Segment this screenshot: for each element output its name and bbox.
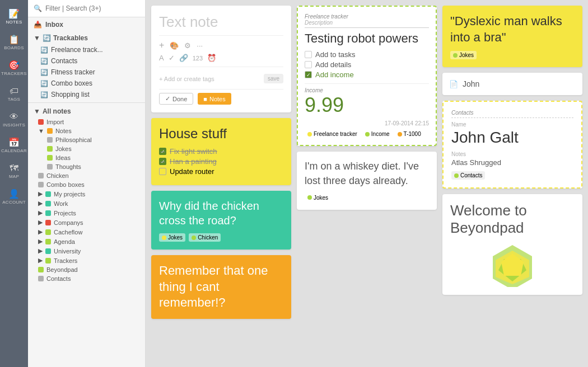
all-notes-chevron: ▼ [34,107,40,115]
whiskey-text: I'm on a whiskey diet. I've lost three d… [305,159,429,187]
sidebar-item-myprojects[interactable]: ▶ My projects [32,189,145,199]
task-add-to-tasks[interactable]: Add to tasks [305,50,429,59]
sidebar-item-contacts-bottom[interactable]: Contacts [32,274,145,283]
notes-group-chevron: ▼ [38,128,44,134]
trackable-freelance[interactable]: 🔄 Freelance track... [35,44,145,55]
income-tag[interactable]: Income [362,130,393,138]
sidebar-item-combo[interactable]: Combo boxes [32,180,145,189]
trackable-combo[interactable]: 🔄 Combo boxes [35,78,145,89]
university-dot [45,248,51,254]
check-han-painting[interactable]: ✓ [159,158,166,165]
nav-notes[interactable]: 📝 NOTES [2,4,26,29]
trackable-shopping[interactable]: 🔄 Shopping list [35,89,145,100]
note-categories: Philosophical Jokes Ideas Thoughts [32,135,145,171]
freelance-tracker-title: Testing robot powers [305,31,429,46]
agenda-chevron: ▶ [38,238,43,245]
notes-button[interactable]: ■ Notes [198,93,231,105]
palette-icon[interactable]: 🎨 [170,41,179,50]
done-button[interactable]: ✓ Done [159,93,193,105]
sidebar-item-trackers[interactable]: ▶ Trackers [32,256,145,265]
nav-boards[interactable]: 📋 BOARDS [2,30,26,55]
text-note-card[interactable]: Text note + 🎨 ⚙ ··· A ✓ 🔗 123 ⏰ + A [151,6,291,112]
whiskey-card[interactable]: I'm on a whiskey diet. I've lost three d… [297,152,437,209]
nav-trackers[interactable]: 🎯 TRACKERS [2,56,26,81]
trackable-contacts[interactable]: 🔄 Contacts [35,55,145,67]
chicken-card[interactable]: Why did the chicken cross the road? Joke… [151,191,291,250]
nav-tags[interactable]: 🏷 TAGS [2,82,26,106]
sidebar-item-agenda[interactable]: ▶ Agenda [32,237,145,246]
companys-chevron: ▶ [38,219,43,226]
sidebar-item-companys[interactable]: ▶ Companys [32,218,145,227]
left-navigation: 📝 NOTES 📋 BOARDS 🎯 TRACKERS 🏷 TAGS 👁 INS… [0,0,28,367]
sidebar-item-beyondpad[interactable]: Beyondpad [32,265,145,274]
house-stuff-card[interactable]: House stuff ✓ Fix light switch ✓ Han a p… [151,118,291,185]
dyslexic-jokes-tag[interactable]: Jokes [450,51,477,59]
category-ideas[interactable]: Ideas [41,153,145,162]
check-add-income[interactable]: ✓ [305,71,312,78]
john-file-icon: 📄 [449,80,458,88]
trackable-fitness[interactable]: 🔄 Fitness tracker [35,67,145,78]
add-icon[interactable]: + [159,40,164,50]
remember-card[interactable]: Remember that one thing I cant remember!… [151,255,291,319]
nav-map[interactable]: 🗺 MAP [2,159,26,184]
remember-title: Remember that one thing I cant remember!… [159,263,283,311]
myprojects-dot [45,191,51,197]
contacts-tag[interactable]: Contacts [451,171,485,180]
gear-icon[interactable]: ⚙ [184,41,191,50]
sidebar-item-inbox[interactable]: 📥 Inbox [28,17,145,32]
category-philosophical[interactable]: Philosophical [41,135,145,144]
university-chevron: ▶ [38,247,43,255]
check-add-tasks[interactable] [305,51,312,58]
more-icon[interactable]: ··· [197,41,203,50]
income-value: 9.99 [305,93,429,117]
sidebar-item-work[interactable]: ▶ Work [32,199,145,208]
house-stuff-title: House stuff [159,126,283,142]
t1000-tag[interactable]: T-1000 [395,130,424,138]
all-notes-header[interactable]: ▼ All notes [28,105,145,117]
sidebar-item-import[interactable]: Import [32,117,145,126]
trackables-header[interactable]: ▼ 🔄 Trackables [28,32,145,44]
task-add-income[interactable]: ✓ Add income [305,70,429,79]
category-jokes[interactable]: Jokes [41,144,145,153]
number-icon[interactable]: 123 [193,55,203,62]
check-add-details[interactable] [305,61,312,68]
chicken-chicken-tag[interactable]: Chicken [189,233,221,242]
sidebar-search-bar[interactable]: 🔍 [28,0,145,17]
jokes-dot [47,146,53,152]
trackable-refresh-icon: 🔄 [40,46,48,54]
check-update-router[interactable] [159,168,166,175]
task-add-details[interactable]: Add details [305,60,429,69]
nav-account[interactable]: 👤 ACCOUNT [2,185,26,209]
trackable-refresh-icon-2: 🔄 [40,58,48,65]
category-thoughts[interactable]: Thoughts [41,162,145,171]
sidebar-item-university[interactable]: ▶ University [32,246,145,256]
check-fix-light[interactable]: ✓ [159,148,166,155]
main-content: Text note + 🎨 ⚙ ··· A ✓ 🔗 123 ⏰ + A [146,0,588,367]
dyslexic-footer: Jokes [450,51,575,59]
trackable-refresh-icon-3: 🔄 [40,69,48,76]
sidebar-item-projects[interactable]: ▶ Projects [32,208,145,218]
sidebar-item-cacheflow[interactable]: ▶ Cacheflow [32,227,145,237]
link-icon[interactable]: 🔗 [179,54,188,62]
atlas-shrugged: Atlas Shrugged [451,158,573,167]
check-icon[interactable]: ✓ [169,54,175,62]
dyslexic-card[interactable]: "Dyslexic man walks into a bra" Jokes [442,6,582,67]
john-galt-card[interactable]: Contacts Name John Galt Notes Atlas Shru… [442,101,582,189]
chicken-jokes-tag[interactable]: Jokes [159,233,185,242]
sidebar-item-notes-group[interactable]: ▼ Notes [32,126,145,135]
freelance-header: Freelance tracker [305,13,348,20]
sidebar-item-chicken[interactable]: Chicken [32,171,145,180]
philosophical-dot [47,137,53,143]
whiskey-jokes-tag[interactable]: Jokes [305,194,331,202]
nav-insights[interactable]: 👁 INSIGHTS [2,107,26,132]
divider-1 [28,102,145,103]
freelance-tracker-card[interactable]: Freelance tracker Description Testing ro… [297,6,437,146]
search-input[interactable] [45,4,139,12]
save-button[interactable]: save [264,74,283,83]
john-simple-card[interactable]: 📄 John [442,73,582,95]
freelance-desc-label: Description [305,20,429,28]
freelance-tracker-tag[interactable]: Freelance tracker [305,130,360,138]
font-icon[interactable]: A [159,54,164,62]
clock-icon[interactable]: ⏰ [207,54,216,62]
nav-calendar[interactable]: 📅 CALENDAR [2,133,26,158]
